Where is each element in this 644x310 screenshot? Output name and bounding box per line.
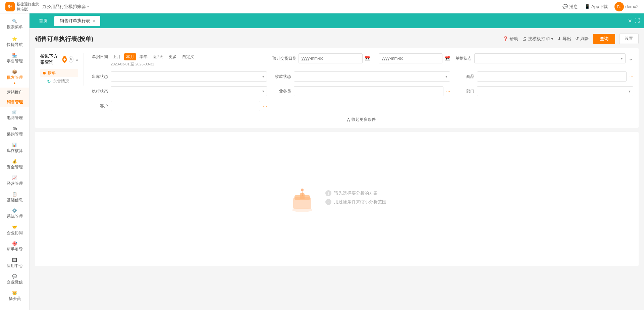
department-select[interactable] (477, 86, 633, 96)
breadcrumb-selector[interactable]: 办公用品行业模拟账套 ▾ (42, 4, 89, 10)
operations-icon: 📈 (12, 175, 17, 180)
ecommerce-icon: 🛒 (12, 110, 17, 114)
search-icon: 🔍 (12, 19, 17, 23)
empty-steps: 1 请先选择要分析的方案 2 用过滤条件来缩小分析范围 (325, 190, 386, 208)
collapse-scheme-btn[interactable]: « (75, 57, 78, 62)
sidebar-item-system[interactable]: ⚙️ 系统管理 (0, 206, 29, 222)
sidebar-item-finance[interactable]: 💰 资金管理 (0, 156, 29, 173)
sidebar-item-retail[interactable]: 🏪 零售管理 (0, 50, 29, 67)
refresh-icon: ↺ (575, 36, 579, 41)
empty-step-1: 1 请先选择要分析的方案 (325, 190, 386, 196)
export-icon: ⬇ (557, 36, 561, 41)
cooperation-icon: 🤝 (12, 225, 17, 229)
delivery-status-field: 出库状态 (89, 71, 267, 82)
tab-close-icon[interactable]: × (93, 19, 95, 23)
sidebar-item-inventory[interactable]: 📊 库存核算 (0, 140, 29, 156)
date-opt-更多[interactable]: 更多 (167, 53, 179, 60)
status-expand-icon[interactable]: ⌄ (628, 55, 633, 62)
search-menu-btn[interactable]: 🔍 搜索菜单 (3, 17, 26, 32)
sub-icon: ↻ (47, 79, 51, 84)
date-opt-本年[interactable]: 本年 (138, 53, 150, 60)
wholesale-sub-items: 营销推广 销售管理 (0, 88, 29, 107)
collapse-btn[interactable]: ⋀ 收起更多条件 (347, 117, 376, 122)
wechat-icon: 💬 (12, 274, 17, 279)
salesperson-input[interactable] (294, 86, 443, 96)
sidebar-item-basic-info[interactable]: 📋 基础信息 (0, 189, 29, 206)
scheme-tree: 按以下方案查询 + ✎ « 按单 ↻ 欠货情况 (40, 53, 84, 86)
delivery-status-select[interactable] (111, 71, 267, 82)
breadcrumb-arrow: ▾ (87, 5, 89, 8)
tab-home[interactable]: 首页 (34, 16, 53, 26)
sidebar-item-cooperation[interactable]: 🤝 企业协同 (0, 222, 29, 239)
sidebar-item-newbie[interactable]: 🎯 新手引导 (0, 239, 29, 255)
payment-status-field: 收款状态 (272, 71, 450, 82)
exec-status-select[interactable] (111, 86, 267, 96)
date-sep: — (372, 56, 377, 61)
add-scheme-btn[interactable]: + (62, 56, 67, 63)
date-from-icon[interactable]: 📅 (365, 56, 370, 61)
top-bar-right: 💬 消息 📱 App下载 Ea demo2 (562, 2, 639, 11)
logo-text: 畅捷通好生意 标准版 (17, 2, 39, 11)
empty-container: 1 请先选择要分析的方案 2 用过滤条件来缩小分析范围 (35, 132, 639, 266)
filter-row-3: 执行状态 业务员 ··· (89, 86, 633, 96)
customer-more-icon[interactable]: ··· (263, 103, 267, 109)
finance-icon: 💰 (12, 159, 17, 164)
collapse-up-icon: ⋀ (347, 117, 350, 122)
sidebar-item-wechat[interactable]: 💬 企业微信 (0, 271, 29, 288)
download-icon: 📱 (585, 4, 590, 9)
minimize-icon[interactable]: × (628, 17, 632, 25)
sidebar-item-marketing[interactable]: 营销推广 (0, 88, 29, 97)
scheme-item-按单[interactable]: 按单 (40, 69, 78, 77)
salesperson-more-icon[interactable]: ··· (446, 89, 450, 94)
product-input[interactable] (477, 71, 627, 82)
help-icon: ❓ (503, 36, 508, 41)
page-header: 销售订单执行表(按单) ❓ 帮助 🖨 按模板打印 ▾ ⬇ 导出 (35, 34, 639, 44)
export-btn[interactable]: ⬇ 导出 (557, 36, 571, 42)
system-icon: ⚙️ (12, 208, 17, 213)
customer-input[interactable] (111, 101, 260, 111)
refresh-btn[interactable]: ↺ 刷新 (575, 36, 589, 42)
product-more-icon[interactable]: ··· (629, 74, 633, 79)
apps-icon: 🔲 (12, 258, 17, 262)
date-opt-上月[interactable]: 上月 (111, 53, 123, 60)
sidebar-item-purchase[interactable]: 🛍 采购管理 (0, 123, 29, 140)
print-btn[interactable]: 🖨 按模板打印 ▾ (522, 36, 553, 42)
member-icon: 👑 (12, 291, 17, 295)
date-opt-近7天[interactable]: 近7天 (151, 53, 165, 60)
date-options: 上月 本月 本年 近7天 更多 自定义 (111, 53, 196, 60)
sidebar-item-ecommerce[interactable]: 🛒 电商管理 (0, 107, 29, 123)
date-opt-自定义[interactable]: 自定义 (180, 53, 196, 60)
maximize-icon[interactable]: ⛶ (635, 18, 640, 24)
logo-icon: 好 (5, 2, 15, 11)
sidebar-item-quick-nav[interactable]: ⭐ 快捷导航 (0, 34, 29, 50)
sidebar-item-apps[interactable]: 🔲 应用中心 (0, 255, 29, 271)
filter-row-1: 单据日期 上月 本月 本年 近7天 更多 自定义 (89, 53, 633, 67)
edit-scheme-btn[interactable]: ✎ (69, 56, 73, 63)
settings-btn[interactable]: 设置 (619, 34, 639, 44)
main-layout: 🔍 搜索菜单 ⭐ 快捷导航 🏪 零售管理 📦 批发管理 ▲ 营销推广 销售管理 (0, 13, 644, 310)
avatar: Ea (614, 2, 624, 11)
message-icon: 💬 (562, 4, 568, 9)
sidebar-item-wholesale[interactable]: 📦 批发管理 ▲ (0, 67, 29, 88)
payment-status-select[interactable] (294, 71, 450, 82)
scheme-item-欠货情况[interactable]: ↻ 欠货情况 (40, 77, 78, 86)
date-opt-本月[interactable]: 本月 (124, 53, 136, 60)
user-menu[interactable]: Ea demo2 (614, 2, 639, 11)
exec-status-field: 执行状态 (89, 86, 267, 96)
query-btn[interactable]: 查询 (593, 34, 615, 44)
app-download-btn[interactable]: 📱 App下载 (585, 4, 608, 10)
sidebar-item-member[interactable]: 👑 畅会员 (0, 288, 29, 304)
empty-box: 1 请先选择要分析的方案 2 用过滤条件来缩小分析范围 (287, 184, 386, 214)
tab-bar: 首页 销售订单执行表 × × ⛶ (30, 13, 644, 28)
sidebar-item-sales[interactable]: 销售管理 (0, 97, 29, 107)
sidebar-item-operations[interactable]: 📈 经营管理 (0, 173, 29, 189)
message-btn[interactable]: 💬 消息 (562, 4, 578, 10)
filter-rows: 单据日期 上月 本月 本年 近7天 更多 自定义 (89, 53, 633, 122)
date-to-icon[interactable]: 📅 (444, 56, 450, 61)
tab-sales-exec[interactable]: 销售订单执行表 × (54, 16, 100, 26)
expected-date-from-input[interactable] (299, 53, 363, 63)
expected-date-to-input[interactable] (379, 53, 443, 63)
step-1-num: 1 (325, 190, 331, 196)
help-btn[interactable]: ❓ 帮助 (503, 36, 518, 42)
status-select[interactable] (474, 53, 626, 63)
